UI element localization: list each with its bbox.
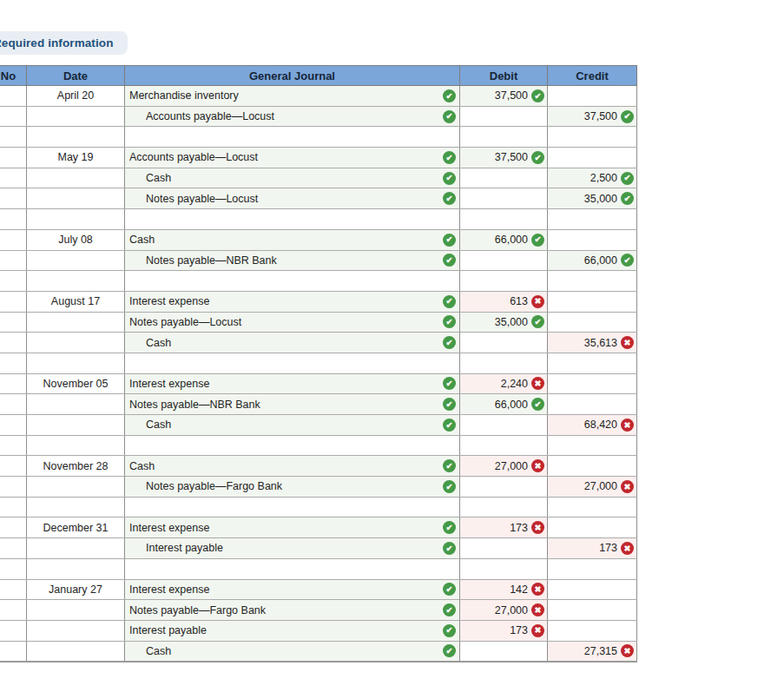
date-cell — [27, 620, 125, 641]
incorrect-x-icon: ✖ — [531, 583, 544, 596]
correct-check-icon: ✔ — [443, 172, 456, 185]
account-label: Interest payable — [129, 624, 207, 636]
entry-row: Notes payable—NBR Bank✔66,000✔ — [0, 394, 637, 415]
debit-cell — [460, 435, 548, 456]
debit-cell: 142✖ — [460, 579, 548, 600]
account-label: Notes payable—NBR Bank — [129, 399, 260, 411]
date-cell — [27, 538, 125, 559]
entry-row: Notes payable—Locust✔35,000✔ — [0, 188, 637, 209]
incorrect-x-icon: ✖ — [531, 459, 544, 472]
entry-row: Notes payable—NBR Bank✔66,000✔ — [0, 250, 637, 271]
correct-check-icon: ✔ — [621, 254, 634, 267]
date-cell — [27, 333, 125, 353]
credit-cell — [548, 620, 637, 641]
credit-cell — [548, 497, 637, 517]
account-cell: Interest payable✔ — [125, 538, 460, 559]
debit-cell — [460, 641, 548, 662]
date-cell — [27, 641, 125, 662]
credit-cell — [548, 229, 637, 250]
account-cell: Accounts payable—Locust✔ — [125, 148, 460, 168]
entry-row: November 05Interest expense✔2,240✖ — [0, 373, 637, 394]
debit-cell: 37,500✔ — [460, 86, 548, 107]
entry-row: Notes payable—Fargo Bank✔27,000✖ — [0, 600, 637, 621]
correct-check-icon: ✔ — [443, 234, 456, 247]
credit-cell — [548, 435, 637, 456]
required-information-banner[interactable]: Required information — [0, 31, 128, 55]
credit-cell: 35,000✔ — [548, 188, 637, 209]
credit-cell: 173✖ — [548, 538, 637, 559]
debit-cell: 66,000✔ — [460, 229, 548, 250]
credit-cell — [548, 456, 637, 477]
correct-check-icon: ✔ — [443, 315, 456, 328]
correct-check-icon: ✔ — [443, 254, 456, 267]
account-cell: Cash✔ — [125, 229, 460, 250]
debit-amount: 66,000 — [495, 399, 528, 411]
account-label: Cash — [129, 234, 155, 246]
date-cell: July 08 — [27, 229, 125, 250]
entry-row: May 19Accounts payable—Locust✔37,500✔ — [0, 148, 637, 168]
column-header-date: Date — [27, 66, 125, 86]
credit-cell — [548, 271, 637, 292]
account-label: Accounts payable—Locust — [129, 151, 258, 163]
debit-cell — [460, 168, 548, 188]
entry-row: Cash✔35,613✖ — [0, 333, 637, 353]
incorrect-x-icon: ✖ — [531, 295, 544, 308]
credit-amount: 66,000 — [584, 254, 617, 267]
credit-cell — [548, 394, 637, 415]
entry-row: Cash✔2,500✔ — [0, 168, 637, 188]
account-cell: Cash✔ — [125, 456, 460, 477]
account-cell — [125, 497, 460, 517]
date-cell — [27, 415, 125, 436]
blank-row — [0, 497, 637, 517]
entry-row: Interest payable✔173✖ — [0, 620, 637, 641]
correct-check-icon: ✔ — [443, 542, 456, 555]
date-cell: January 27 — [27, 579, 125, 600]
credit-amount: 2,500 — [590, 172, 617, 184]
correct-check-icon: ✔ — [443, 336, 456, 349]
blank-row — [0, 435, 637, 456]
correct-check-icon: ✔ — [443, 480, 456, 493]
no-cell — [0, 86, 27, 107]
date-cell — [27, 353, 125, 373]
credit-cell — [548, 127, 637, 148]
correct-check-icon: ✔ — [531, 315, 544, 328]
entry-row: Notes payable—Fargo Bank✔27,000✖ — [0, 477, 637, 498]
no-cell — [0, 600, 27, 621]
correct-check-icon: ✔ — [443, 295, 456, 308]
no-cell — [0, 209, 27, 230]
no-cell — [0, 271, 27, 292]
account-cell: Cash✔ — [125, 641, 460, 662]
debit-cell: 173✖ — [460, 517, 548, 538]
account-label: Cash — [129, 337, 171, 349]
journal-table-body: April 20Merchandise inventory✔37,500✔Acc… — [0, 86, 637, 662]
debit-cell: 2,240✖ — [460, 373, 548, 394]
correct-check-icon: ✔ — [443, 644, 456, 657]
correct-check-icon: ✔ — [531, 151, 544, 164]
no-cell — [0, 250, 27, 271]
debit-amount: 37,500 — [495, 151, 528, 163]
account-label: Cash — [129, 645, 171, 657]
date-cell — [27, 209, 125, 230]
correct-check-icon: ✔ — [443, 398, 456, 411]
no-cell — [0, 106, 27, 127]
no-cell — [0, 353, 27, 373]
account-label: Notes payable—Fargo Bank — [129, 604, 266, 616]
blank-row — [0, 558, 637, 579]
credit-cell — [548, 600, 637, 621]
incorrect-x-icon: ✖ — [531, 521, 544, 534]
account-label: Interest expense — [129, 295, 209, 307]
account-label: Notes payable—NBR Bank — [129, 254, 277, 267]
no-cell — [0, 127, 27, 148]
blank-row — [0, 353, 637, 373]
column-header-no: No — [0, 66, 27, 86]
account-cell: Interest expense✔ — [125, 579, 460, 600]
correct-check-icon: ✔ — [443, 110, 456, 123]
incorrect-x-icon: ✖ — [531, 377, 544, 390]
correct-check-icon: ✔ — [443, 624, 456, 637]
debit-cell: 173✖ — [460, 620, 548, 641]
no-cell — [0, 188, 27, 209]
account-cell: Notes payable—NBR Bank✔ — [125, 250, 460, 271]
debit-cell — [460, 538, 548, 559]
credit-cell — [548, 209, 637, 230]
account-label: Cash — [129, 172, 171, 184]
